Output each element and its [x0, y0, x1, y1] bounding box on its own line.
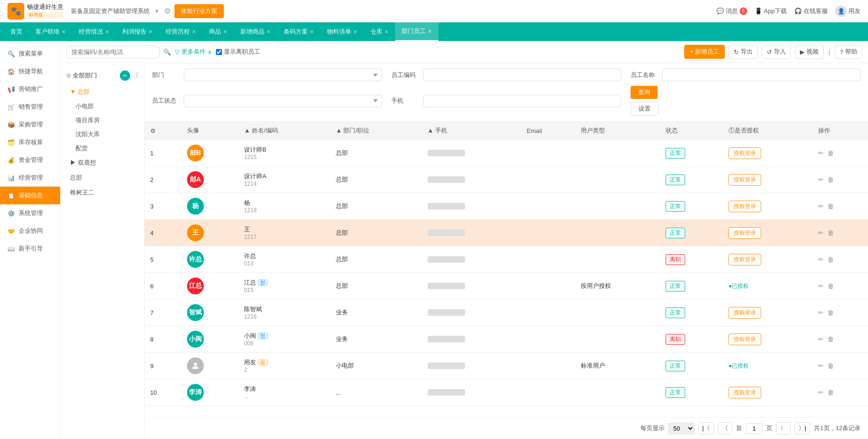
prev-page-btn[interactable]: 〈 — [718, 422, 732, 434]
delete-btn[interactable]: 🗑 — [827, 282, 834, 290]
sidebar-item-inventory[interactable]: 🗂️ 库存核算 — [0, 133, 60, 151]
nav-tab-history-close[interactable]: ✕ — [192, 29, 196, 35]
dept-item-general[interactable]: ▼ 总部 — [61, 84, 144, 99]
nav-tab-history[interactable]: 经营历程 ✕ — [159, 22, 202, 41]
nav-tab-customer-close[interactable]: ✕ — [62, 29, 66, 35]
per-page-select[interactable]: 50 20 100 — [668, 423, 694, 434]
nav-tab-warehouse-close[interactable]: ✕ — [384, 29, 389, 35]
dept-item-hq[interactable]: 总部 — [61, 170, 144, 185]
nav-tab-customer[interactable]: 客户联络 ✕ — [29, 22, 72, 41]
nav-tab-new-goods-close[interactable]: ✕ — [266, 29, 271, 35]
dept-child-small-elec[interactable]: 小电部 — [61, 99, 144, 113]
nav-tab-operation-close[interactable]: ✕ — [105, 29, 109, 35]
dept-child-project[interactable]: 项目库房 — [61, 113, 144, 127]
edit-btn[interactable]: ✏ — [818, 309, 824, 316]
import-btn[interactable]: ↺ 导入 — [762, 45, 791, 59]
edit-btn[interactable]: ✏ — [818, 149, 824, 157]
col-phone[interactable]: ▲ 手机 — [422, 122, 521, 140]
auth-login-btn[interactable]: 授权登录 — [729, 334, 761, 345]
cell-auth[interactable]: 授权登录 — [723, 246, 812, 273]
nav-tab-barcode-close[interactable]: ✕ — [310, 29, 314, 35]
sidebar-item-quicknav[interactable]: 🏠 快捷导航 — [0, 63, 60, 80]
nav-tab-new-goods[interactable]: 新增商品 ✕ — [234, 22, 277, 41]
settings-icon[interactable]: ⚙ — [164, 7, 171, 15]
cell-auth[interactable]: 授权登录 — [723, 326, 812, 353]
delete-btn[interactable]: 🗑 — [827, 335, 834, 343]
add-employee-btn[interactable]: + 新增员工 — [684, 45, 725, 59]
sidebar-item-system[interactable]: ⚙️ 系统管理 — [0, 204, 60, 222]
dept-collapse-btn[interactable]: 《 — [132, 71, 139, 80]
delete-btn[interactable]: 🗑 — [827, 202, 834, 210]
more-filter-btn[interactable]: ▽ 更多条件 ∧ — [175, 48, 212, 56]
sidebar-item-purchase[interactable]: 📦 采购管理 — [0, 116, 60, 133]
edit-btn[interactable]: ✏ — [818, 389, 824, 396]
auth-login-btn[interactable]: 授权登录 — [729, 147, 761, 159]
auth-login-btn[interactable]: 授权登录 — [729, 201, 761, 212]
search-submit-btn[interactable]: 🔍 — [163, 49, 171, 56]
edit-btn[interactable]: ✏ — [818, 256, 824, 263]
dept-edit-btn[interactable]: ✏ — [120, 70, 130, 81]
dept-child-delivery[interactable]: 配货 — [61, 141, 144, 155]
nav-tab-bom[interactable]: 物料清单 ✕ — [320, 22, 364, 41]
nav-tab-home[interactable]: 首页 — [4, 22, 29, 41]
nav-tab-bom-close[interactable]: ✕ — [353, 29, 357, 35]
cell-auth[interactable]: 授权登录 — [723, 300, 812, 326]
nav-tab-profit-close[interactable]: ✕ — [148, 29, 153, 35]
nav-tab-profit[interactable]: 利润报告 ✕ — [116, 22, 159, 41]
dept-select[interactable] — [184, 69, 382, 81]
user-action[interactable]: 👤 用友 — [835, 6, 861, 17]
cell-auth[interactable]: ●已授权 — [723, 353, 812, 379]
cell-auth[interactable]: ●已授权 — [723, 273, 812, 300]
auth-login-btn[interactable]: 授权登录 — [729, 227, 761, 239]
current-page-input[interactable] — [746, 423, 763, 434]
search-input[interactable] — [66, 46, 160, 58]
sidebar-item-search[interactable]: 🔍 搜索菜单 — [0, 45, 60, 63]
nav-tab-barcode[interactable]: 条码方案 ✕ — [277, 22, 320, 41]
dept-item-planting[interactable]: 椎树王二 — [61, 185, 144, 200]
edit-btn[interactable]: ✏ — [818, 335, 824, 343]
reset-btn[interactable]: 设置 — [631, 102, 659, 116]
dept-item-twins[interactable]: ▶ 双鹿想 — [61, 155, 144, 170]
view-btn[interactable]: ▶ 视频 — [795, 45, 824, 59]
app-download-action[interactable]: 📱 App下载 — [755, 7, 787, 15]
trial-btn[interactable]: 体验行业方案 — [174, 4, 224, 18]
delete-btn[interactable]: 🗑 — [827, 256, 834, 263]
system-title-dropdown[interactable]: ▾ — [155, 7, 159, 14]
auth-login-btn[interactable]: 授权登录 — [729, 387, 761, 398]
delete-btn[interactable]: 🗑 — [827, 149, 834, 157]
sidebar-item-sales[interactable]: 🛒 销售管理 — [0, 98, 60, 116]
nav-tab-employee[interactable]: 部门员工 ✕ — [395, 22, 438, 41]
edit-btn[interactable]: ✏ — [818, 282, 824, 290]
cell-auth[interactable]: 授权登录 — [723, 167, 812, 193]
auth-login-btn[interactable]: 授权登录 — [729, 254, 761, 265]
last-page-btn[interactable]: 〉| — [794, 422, 810, 434]
nav-tab-operation[interactable]: 经营情况 ✕ — [72, 22, 116, 41]
employee-status-select[interactable] — [184, 95, 382, 107]
online-service-action[interactable]: 🎧 在线客服 — [794, 7, 828, 15]
edit-btn[interactable]: ✏ — [818, 362, 824, 369]
edit-btn[interactable]: ✏ — [818, 202, 824, 210]
nav-tab-warehouse[interactable]: 仓库 ✕ — [364, 22, 395, 41]
sidebar-item-operation[interactable]: 📊 经营管理 — [0, 169, 60, 187]
nav-tab-goods[interactable]: 商品 ✕ — [202, 22, 234, 41]
delete-btn[interactable]: 🗑 — [827, 362, 834, 369]
edit-btn[interactable]: ✏ — [818, 229, 824, 237]
sidebar-item-basic[interactable]: 📋 基础信息 — [0, 187, 60, 204]
auth-login-btn[interactable]: 授权登录 — [729, 174, 761, 186]
edit-btn[interactable]: ✏ — [818, 176, 824, 183]
dept-child-shenyang[interactable]: 沈阳大库 — [61, 127, 144, 141]
show-resigned-input[interactable] — [216, 49, 222, 55]
show-resigned-checkbox[interactable]: 显示离职员工 — [216, 48, 260, 56]
nav-tab-employee-close[interactable]: ✕ — [428, 28, 432, 35]
help-btn[interactable]: ? 帮助 — [835, 45, 862, 59]
sidebar-item-marketing[interactable]: 📢 营销推广 — [0, 80, 60, 98]
delete-btn[interactable]: 🗑 — [827, 389, 834, 396]
employee-name-input[interactable] — [662, 69, 861, 81]
sidebar-item-finance[interactable]: 💰 资金管理 — [0, 151, 60, 169]
cell-auth[interactable]: 授权登录 — [723, 379, 812, 406]
delete-btn[interactable]: 🗑 — [827, 229, 834, 237]
col-settings[interactable]: ⚙ — [145, 122, 181, 140]
export-btn[interactable]: ↻ 导出 — [729, 45, 758, 59]
phone-input[interactable] — [423, 95, 621, 107]
delete-btn[interactable]: 🗑 — [827, 309, 834, 316]
